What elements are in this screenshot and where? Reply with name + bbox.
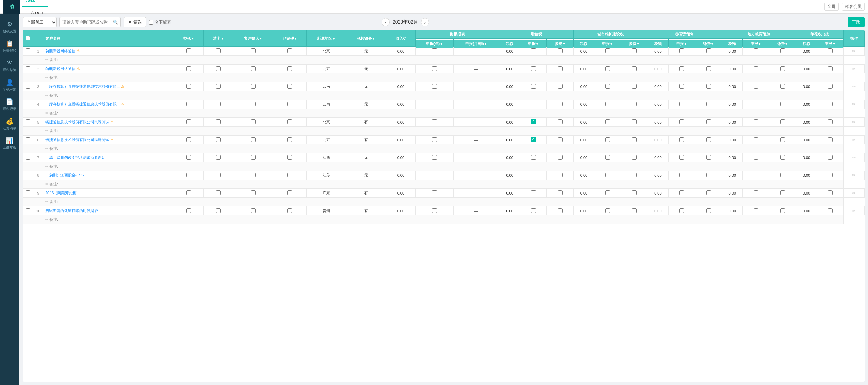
jy-exempt-checkbox[interactable] (706, 173, 711, 177)
ysr-apply-checkbox[interactable] (828, 48, 833, 53)
row-select-checkbox[interactable] (26, 48, 30, 53)
jy-exempt-checkbox[interactable] (706, 84, 711, 89)
customer-confirm-checkbox[interactable] (251, 208, 256, 213)
zs-apply-checkbox[interactable] (531, 48, 536, 53)
row-select-checkbox[interactable] (26, 119, 30, 124)
csjs-exempt-checkbox[interactable] (632, 190, 637, 195)
clear-card-checkbox[interactable] (216, 119, 221, 124)
next-month-btn[interactable]: › (421, 18, 429, 26)
csjs-exempt-checkbox[interactable] (632, 66, 637, 71)
cw-year-checkbox[interactable] (432, 155, 437, 160)
clear-card-checkbox[interactable] (216, 137, 221, 142)
customer-confirm-checkbox[interactable] (251, 190, 256, 195)
edit-remark-icon[interactable]: ✏ (45, 217, 48, 222)
tax-copy-checkbox[interactable] (186, 190, 191, 195)
edit-remark-icon[interactable]: ✏ (45, 129, 48, 133)
search-icon[interactable]: 🔍 (113, 20, 118, 25)
zs-exempt-checkbox[interactable] (558, 48, 563, 53)
clear-card-checkbox[interactable] (216, 155, 221, 160)
declared-checkbox[interactable] (287, 84, 292, 89)
tax-copy-checkbox[interactable] (186, 155, 191, 160)
zs-apply-checkbox[interactable] (531, 66, 536, 71)
edit-remark-icon[interactable]: ✏ (45, 111, 48, 115)
zs-apply-checkbox[interactable] (531, 208, 536, 213)
dfjy-apply-checkbox[interactable] (754, 48, 758, 53)
edit-icon[interactable]: ✏ (852, 173, 856, 178)
csjs-apply-checkbox[interactable] (605, 102, 610, 106)
dfjy-exempt-checkbox[interactable] (780, 190, 785, 195)
tax-copy-checkbox[interactable] (186, 119, 191, 124)
ysr-apply-checkbox[interactable] (828, 84, 833, 89)
csjs-exempt-checkbox[interactable] (632, 102, 637, 106)
edit-remark-icon[interactable]: ✏ (45, 200, 48, 204)
cw-year-checkbox[interactable] (432, 119, 437, 124)
dfjy-exempt-checkbox[interactable] (780, 119, 785, 124)
jy-exempt-checkbox[interactable] (706, 48, 711, 53)
clear-card-checkbox[interactable] (216, 173, 221, 177)
dfjy-exempt-checkbox[interactable] (780, 173, 785, 177)
csjs-exempt-checkbox[interactable] (632, 208, 637, 213)
search-input[interactable] (59, 17, 121, 27)
edit-icon[interactable]: ✏ (852, 208, 856, 213)
declared-checkbox[interactable] (287, 190, 292, 195)
csjs-apply-checkbox[interactable] (605, 119, 610, 124)
zs-exempt-checkbox[interactable] (558, 190, 563, 195)
edit-icon[interactable]: ✏ (852, 84, 856, 89)
dfjy-exempt-checkbox[interactable] (780, 48, 785, 53)
row-select-checkbox[interactable] (26, 190, 30, 195)
jy-apply-checkbox[interactable] (679, 155, 684, 160)
csjs-exempt-checkbox[interactable] (632, 137, 637, 142)
edit-icon[interactable]: ✏ (852, 137, 856, 142)
dfjy-apply-checkbox[interactable] (754, 208, 758, 213)
customer-confirm-checkbox[interactable] (251, 102, 256, 106)
zs-exempt-checkbox[interactable] (558, 208, 563, 213)
zs-exempt-checkbox[interactable] (558, 173, 563, 177)
sidebar-item-tax-record[interactable]: 📄 报税记录 (0, 95, 19, 114)
sidebar-item-tax-overview[interactable]: 👁 报税总览 (0, 56, 19, 75)
prev-month-btn[interactable]: ‹ (382, 18, 390, 26)
zs-exempt-checkbox[interactable] (558, 155, 563, 160)
cw-year-checkbox[interactable] (432, 66, 437, 71)
filter-btn[interactable]: ▼ 筛选 (124, 17, 146, 27)
declared-checkbox[interactable] (287, 66, 292, 71)
member-btn[interactable]: 稻客会员 (842, 3, 865, 11)
csjs-apply-checkbox[interactable] (605, 190, 610, 195)
sidebar-item-personal-tax[interactable]: 👤 个税申报 (0, 75, 19, 95)
dfjy-apply-checkbox[interactable] (754, 84, 758, 89)
sidebar-item-batch-tax[interactable]: 📋 批量报税 (0, 37, 19, 56)
jy-apply-checkbox[interactable] (679, 208, 684, 213)
zs-apply-checkbox[interactable] (531, 173, 536, 177)
edit-remark-icon[interactable]: ✏ (45, 182, 48, 186)
csjs-apply-checkbox[interactable] (605, 155, 610, 160)
dfjy-apply-checkbox[interactable] (754, 119, 758, 124)
employee-filter-select[interactable]: 全部员工 (23, 17, 57, 27)
cw-year-checkbox[interactable] (432, 84, 437, 89)
csjs-apply-checkbox[interactable] (605, 137, 610, 142)
edit-remark-icon[interactable]: ✏ (45, 146, 48, 151)
csjs-exempt-checkbox[interactable] (632, 48, 637, 53)
zs-apply-checkbox[interactable] (531, 155, 536, 160)
jy-apply-checkbox[interactable] (679, 137, 684, 142)
ysr-apply-checkbox[interactable] (828, 190, 833, 195)
cw-year-checkbox[interactable] (432, 208, 437, 213)
edit-icon[interactable]: ✏ (852, 190, 856, 196)
edit-remark-icon[interactable]: ✏ (45, 75, 48, 80)
csjs-exempt-checkbox[interactable] (632, 173, 637, 177)
ysr-apply-checkbox[interactable] (828, 102, 833, 106)
cw-year-checkbox[interactable] (432, 48, 437, 53)
jy-apply-checkbox[interactable] (679, 102, 684, 106)
row-select-checkbox[interactable] (26, 155, 30, 160)
customer-confirm-checkbox[interactable] (251, 173, 256, 177)
dfjy-exempt-checkbox[interactable] (780, 155, 785, 160)
jy-exempt-checkbox[interactable] (706, 190, 711, 195)
csjs-apply-checkbox[interactable] (605, 208, 610, 213)
csjs-apply-checkbox[interactable] (605, 84, 610, 89)
main-table-container[interactable]: 客户名称 抄税▼ 清卡▼ 客户确认▼ 已完税▼ 所属地区▼ 税控设备▼ 收入C … (23, 30, 865, 382)
clear-card-checkbox[interactable] (216, 66, 221, 71)
ysr-apply-checkbox[interactable] (828, 137, 833, 142)
csjs-apply-checkbox[interactable] (605, 66, 610, 71)
dfjy-exempt-checkbox[interactable] (780, 208, 785, 213)
edit-remark-icon[interactable]: ✏ (45, 164, 48, 168)
jy-apply-checkbox[interactable] (679, 190, 684, 195)
edit-remark-icon[interactable]: ✏ (45, 58, 48, 62)
